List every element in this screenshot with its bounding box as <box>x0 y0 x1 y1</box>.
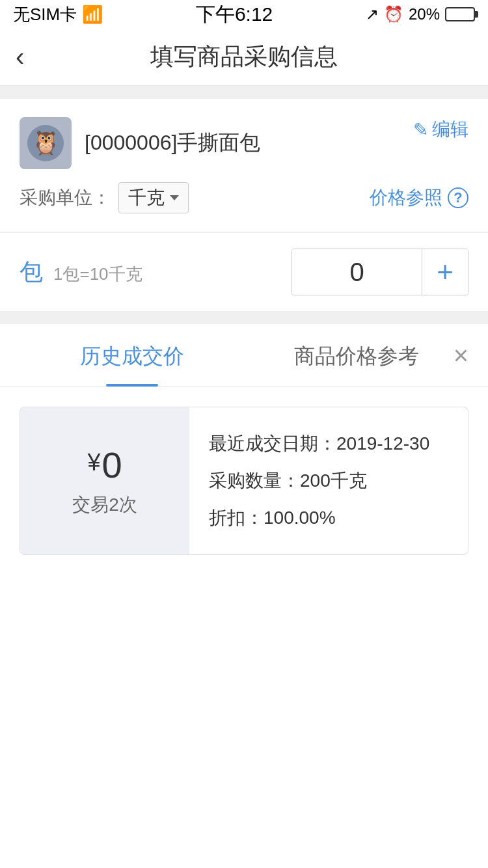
nav-bar: ‹ 填写商品采购信息 <box>0 29 488 86</box>
chevron-down-icon <box>170 195 179 200</box>
price-yen-symbol: ¥ <box>87 449 100 476</box>
price-amount: ¥ 0 <box>87 444 122 486</box>
unit-left: 采购单位： 千克 <box>20 182 189 213</box>
discount-row: 折扣：100.00% <box>209 505 448 530</box>
price-value: 0 <box>102 444 122 486</box>
battery-percent: 20% <box>409 5 440 23</box>
price-ref-button[interactable]: 价格参照 ? <box>370 185 468 210</box>
purchase-qty-label: 采购数量： <box>209 470 300 491</box>
edit-button[interactable]: ✎ 编辑 <box>413 117 468 142</box>
edit-icon: ✎ <box>413 119 428 141</box>
alarm-icon: ⏰ <box>384 5 403 23</box>
product-icon: 🦉 <box>27 125 64 161</box>
product-left: 🦉 [0000006]手撕面包 <box>20 117 260 169</box>
product-card: 🦉 [0000006]手撕面包 ✎ 编辑 采购单位： 千克 价格参照 ? <box>0 99 488 232</box>
quantity-section: 包 1包=10千克 0 + <box>0 233 488 311</box>
quantity-plus-button[interactable]: + <box>422 249 468 295</box>
recent-date-row: 最近成交日期：2019-12-30 <box>209 431 448 456</box>
price-card: ¥ 0 交易2次 最近成交日期：2019-12-30 采购数量：200千克 折扣… <box>20 407 468 555</box>
status-left: 无SIM卡 📶 <box>13 3 103 26</box>
product-header: 🦉 [0000006]手撕面包 ✎ 编辑 <box>20 117 468 169</box>
tabs-section: 历史成交价 商品价格参考 × ¥ 0 交易2次 最近成交日期：2019-12-3… <box>0 324 488 575</box>
unit-select-button[interactable]: 千克 <box>118 182 189 213</box>
price-card-right: 最近成交日期：2019-12-30 采购数量：200千克 折扣：100.00% <box>189 407 468 554</box>
bottom-space <box>0 575 488 868</box>
wifi-icon: 📶 <box>82 5 103 25</box>
page-title: 填写商品采购信息 <box>150 41 338 73</box>
unit-value: 千克 <box>128 185 165 210</box>
tab-price-reference[interactable]: 商品价格参考 <box>244 324 468 387</box>
price-ref-label: 价格参照 <box>370 185 442 210</box>
discount-label: 折扣： <box>209 508 264 528</box>
price-trade-count: 交易2次 <box>72 493 137 517</box>
quantity-conversion: 1包=10千克 <box>53 263 142 286</box>
product-name: [0000006]手撕面包 <box>85 129 260 157</box>
tabs-close-button[interactable]: × <box>454 342 468 368</box>
quantity-display[interactable]: 0 <box>292 249 422 295</box>
purchase-qty-row: 采购数量：200千克 <box>209 468 448 493</box>
recent-date-value: 2019-12-30 <box>336 433 429 454</box>
tab-history-price[interactable]: 历史成交价 <box>20 324 244 387</box>
quantity-unit: 包 <box>20 256 43 288</box>
product-logo: 🦉 <box>20 117 72 169</box>
tabs-header: 历史成交价 商品价格参考 × <box>0 324 488 387</box>
status-bar: 无SIM卡 📶 下午6:12 ↗ ⏰ 20% <box>0 0 488 29</box>
quantity-label: 包 1包=10千克 <box>20 256 142 288</box>
history-price-content: ¥ 0 交易2次 最近成交日期：2019-12-30 采购数量：200千克 折扣… <box>0 387 488 575</box>
unit-label: 采购单位： <box>20 185 111 210</box>
help-icon: ? <box>448 187 468 208</box>
back-button[interactable]: ‹ <box>16 42 24 72</box>
status-right: ↗ ⏰ 20% <box>366 5 475 23</box>
recent-date-label: 最近成交日期： <box>209 433 336 454</box>
quantity-controls: 0 + <box>291 249 468 295</box>
edit-label: 编辑 <box>432 117 468 142</box>
sim-status: 无SIM卡 <box>13 3 77 26</box>
discount-value: 100.00% <box>264 508 336 528</box>
gps-icon: ↗ <box>366 5 379 23</box>
product-unit-row: 采购单位： 千克 价格参照 ? <box>20 182 468 213</box>
purchase-qty-value: 200千克 <box>300 470 367 491</box>
battery-icon <box>445 7 475 21</box>
price-card-left: ¥ 0 交易2次 <box>20 407 189 554</box>
status-time: 下午6:12 <box>196 1 273 28</box>
